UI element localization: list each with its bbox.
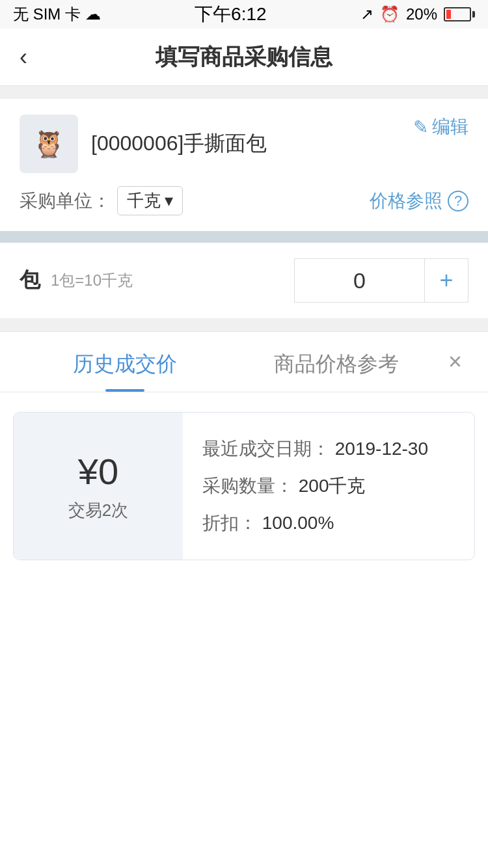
alarm-icon: ⏰ <box>380 5 400 23</box>
purchase-qty-row: 采购数量： 200千克 <box>202 473 455 498</box>
purchase-qty-value: 200千克 <box>299 476 366 496</box>
product-name: [0000006]手撕面包 <box>91 129 267 158</box>
status-bar: 无 SIM 卡 ☁ 下午6:12 ↗ ⏰ 20% <box>0 0 488 29</box>
quantity-unit: 包 <box>20 266 40 295</box>
nav-bar: ‹ 填写商品采购信息 <box>0 29 488 86</box>
status-left: 无 SIM 卡 ☁ <box>13 4 101 25</box>
battery-percent: 20% <box>406 5 437 23</box>
discount-label: 折扣： <box>202 513 257 533</box>
tab-underline <box>105 389 144 392</box>
product-image: 🦉 <box>20 115 78 173</box>
purchase-qty-label: 采购数量： <box>202 476 293 496</box>
latest-date-label: 最近成交日期： <box>202 439 330 459</box>
product-unit-row: 采购单位： 千克 ▾ 价格参照 ? <box>20 186 468 215</box>
discount-row: 折扣： 100.00% <box>202 510 455 536</box>
product-header: 🦉 [0000006]手撕面包 ✎ 编辑 <box>20 115 468 173</box>
page-title: 填写商品采购信息 <box>156 42 332 72</box>
divider-band <box>0 231 488 243</box>
tabs-row: 历史成交价 商品价格参考 × <box>0 332 488 392</box>
unit-value: 千克 <box>127 189 161 212</box>
quantity-plus-button[interactable]: + <box>424 258 468 303</box>
sim-status: 无 SIM 卡 ☁ <box>13 4 101 25</box>
unit-select[interactable]: 千克 ▾ <box>117 186 183 215</box>
back-button[interactable]: ‹ <box>20 44 27 71</box>
tab-product-price-ref[interactable]: 商品价格参考 <box>230 332 441 392</box>
help-icon: ? <box>448 191 468 211</box>
history-price-card: ¥0 交易2次 最近成交日期： 2019-12-30 采购数量： 200千克 折… <box>13 412 475 560</box>
product-thumbnail-icon: 🦉 <box>33 129 65 159</box>
location-icon: ↗ <box>360 5 373 23</box>
discount-value: 100.00% <box>262 513 334 533</box>
status-right: ↗ ⏰ 20% <box>360 5 475 23</box>
quantity-input[interactable]: 0 <box>294 258 424 303</box>
product-card: 🦉 [0000006]手撕面包 ✎ 编辑 采购单位： 千克 ▾ 价格参照 ? <box>0 99 488 231</box>
status-time: 下午6:12 <box>195 2 267 27</box>
latest-date-row: 最近成交日期： 2019-12-30 <box>202 436 455 461</box>
battery-icon <box>444 7 475 21</box>
quantity-conversion: 1包=10千克 <box>51 270 133 291</box>
history-price-right: 最近成交日期： 2019-12-30 采购数量： 200千克 折扣： 100.0… <box>183 413 474 560</box>
bottom-panel: 历史成交价 商品价格参考 × ¥0 交易2次 最近成交日期： 2019-12-3… <box>0 331 488 868</box>
product-left: 🦉 [0000006]手撕面包 <box>20 115 267 173</box>
unit-label: 采购单位： <box>20 189 111 213</box>
quantity-row: 包 1包=10千克 0 + <box>0 243 488 318</box>
close-panel-button[interactable]: × <box>442 335 468 388</box>
latest-date-value: 2019-12-30 <box>335 439 428 459</box>
price-ref-button[interactable]: 价格参照 ? <box>370 189 468 213</box>
history-price-left: ¥0 交易2次 <box>14 413 183 560</box>
trade-count: 交易2次 <box>68 499 128 522</box>
edit-icon: ✎ <box>413 116 428 138</box>
history-price-value: ¥0 <box>78 450 118 493</box>
edit-button[interactable]: ✎ 编辑 <box>413 115 468 139</box>
footer-space <box>0 580 488 868</box>
chevron-down-icon: ▾ <box>165 191 173 211</box>
quantity-label: 包 1包=10千克 <box>20 266 133 295</box>
price-ref-label: 价格参照 <box>370 189 442 213</box>
quantity-input-area: 0 + <box>294 258 468 303</box>
edit-label: 编辑 <box>432 115 468 139</box>
tab-history-price[interactable]: 历史成交价 <box>20 332 230 392</box>
